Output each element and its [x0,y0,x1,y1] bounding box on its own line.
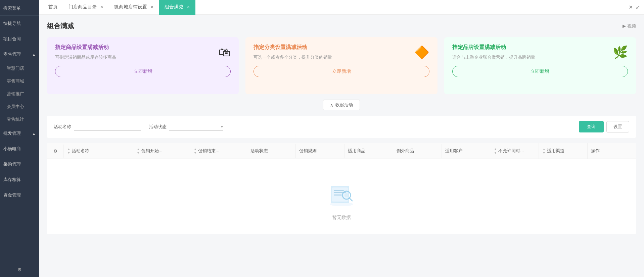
th-name[interactable]: ▲▼ 活动名称 [64,143,133,159]
sidebar: 搜索菜单 快捷导航 项目合同 零售管理 智慧门店 零售商城 营销推广 会员中心 … [0,0,39,277]
tab-store-catalog[interactable]: 门店商品目录 ✕ [63,0,109,15]
filter-activity-name: 活动名称 [54,123,141,131]
table-header: ⚙ ▲▼ 活动名称 ▲▼ 促销开始... ▲▼ 促销结束... 活动状态 [47,143,636,159]
sidebar-item-marketing[interactable]: 营销推广 [0,88,39,100]
collapse-button[interactable]: ∧ 收起活动 [323,100,360,110]
tab-close-store-catalog[interactable]: ✕ [100,5,103,9]
category-card-icon: 🔶 [414,45,429,59]
product-card-icon: 🛍 [219,45,231,59]
filter-activity-status: 活动状态 ▾ [149,123,223,131]
card-text-green: 指定品牌设置满减活动 适合与上游企业联合做营销，提升品牌销量 [452,44,609,60]
card-text-orange: 指定分类设置满减活动 可选一个或者多个分类，提升分类的销量 [254,44,410,60]
activity-name-label: 活动名称 [54,124,71,130]
empty-illustration [325,179,358,209]
th-action: 操作 [588,144,636,158]
th-end[interactable]: ▲▼ 促销结束... [190,143,247,159]
sidebar-item-wholesale-mgmt[interactable]: 批发管理 [0,126,39,141]
play-icon: ▶ [623,23,626,29]
th-start[interactable]: ▲▼ 促销开始... [133,143,190,159]
th-gear[interactable]: ⚙ [47,145,64,158]
empty-state: 暂无数据 [47,159,636,234]
tab-bar-right: ✕ ⤢ [629,4,640,10]
activity-cards: 指定商品设置满减活动 可指定滞销商品或库存较多商品 🛍 立即新增 指定分类设置满… [47,37,636,94]
tab-combo-discount[interactable]: 组合满减 ✕ [159,0,195,15]
sidebar-item-xiaochang-ec[interactable]: 小畅电商 [0,141,39,157]
sort-icon: ▲▼ [193,147,197,155]
content-area: 组合满减 ▶ 视频 指定商品设置满减活动 可指定滞销商品或库存较多商品 🛍 立即… [39,15,644,277]
th-concurrent[interactable]: ▲▼ 不允许同时... [490,143,539,159]
brand-card-icon: 🌿 [613,45,628,59]
product-activity-card: 指定商品设置满减活动 可指定滞销商品或库存较多商品 🛍 立即新增 [47,37,239,94]
filter-actions: 查询 设置 [579,121,629,132]
sidebar-item-purchase-mgmt[interactable]: 采购管理 [0,157,39,172]
brand-card-add-button[interactable]: 立即新增 [452,66,628,77]
card-body-purple: 指定商品设置满减活动 可指定滞销商品或库存较多商品 🛍 [55,44,231,60]
category-activity-card: 指定分类设置满减活动 可选一个或者多个分类，提升分类的销量 🔶 立即新增 [245,37,437,94]
activity-status-label: 活动状态 [149,124,167,130]
collapse-icon: ∧ [330,103,333,108]
sort-icon: ▲▼ [542,147,546,155]
tab-wechat-store[interactable]: 微商城店铺设置 ✕ [109,0,159,15]
page-header: 组合满减 ▶ 视频 [47,21,636,31]
svg-rect-5 [334,195,342,196]
sort-icon: ▲▼ [137,147,140,155]
card-text-purple: 指定商品设置满减活动 可指定滞销商品或库存较多商品 [55,44,215,60]
th-goods: 适用商品 [344,144,393,158]
th-status: 活动状态 [247,144,296,158]
sidebar-item-quick-nav[interactable]: 快捷导航 [0,16,39,31]
tab-close-wechat-store[interactable]: ✕ [150,5,154,9]
tab-close-combo-discount[interactable]: ✕ [187,5,190,9]
sidebar-item-retail-mall[interactable]: 零售商城 [0,75,39,88]
sidebar-search[interactable]: 搜索菜单 [0,0,39,16]
svg-line-7 [350,198,352,201]
brand-card-title: 指定品牌设置满减活动 [452,44,609,51]
card-body-green: 指定品牌设置满减活动 适合与上游企业联合做营销，提升品牌销量 🌿 [452,44,628,60]
th-rule: 促销规则 [296,144,344,158]
sidebar-item-inventory-check[interactable]: 库存核算 [0,172,39,187]
sidebar-item-fund-mgmt[interactable]: 资金管理 [0,187,39,203]
sidebar-settings[interactable]: ⚙ [0,262,39,277]
chevron-down-icon: ▾ [221,124,223,129]
gear-icon: ⚙ [17,267,22,272]
card-body-orange: 指定分类设置满减活动 可选一个或者多个分类，提升分类的销量 🔶 [254,44,429,60]
product-card-desc: 可指定滞销商品或库存较多商品 [55,54,215,60]
gear-icon: ⚙ [53,149,57,154]
collapse-bar: ∧ 收起活动 [47,100,636,110]
sidebar-item-retail-stats[interactable]: 零售统计 [0,113,39,126]
category-card-desc: 可选一个或者多个分类，提升分类的销量 [254,54,410,60]
sidebar-item-project-contract[interactable]: 项目合同 [0,31,39,47]
sort-icon: ▲▼ [67,147,71,155]
sidebar-item-smart-store[interactable]: 智慧门店 [0,62,39,75]
window-maximize-icon[interactable]: ⤢ [636,4,640,10]
setting-button[interactable]: 设置 [606,121,629,132]
svg-point-8 [344,193,349,197]
activity-status-select[interactable]: ▾ [169,123,223,131]
main-area: 首页 门店商品目录 ✕ 微商城店铺设置 ✕ 组合满减 ✕ ✕ ⤢ 组合满减 ▶ … [39,0,644,277]
query-button[interactable]: 查询 [579,121,604,132]
page-title: 组合满减 [47,21,74,31]
filter-bar: 活动名称 活动状态 ▾ 查询 设置 [47,116,636,138]
table-wrapper: ⚙ ▲▼ 活动名称 ▲▼ 促销开始... ▲▼ 促销结束... 活动状态 [47,143,636,234]
svg-rect-3 [334,190,344,191]
th-channel[interactable]: ▲▼ 适用渠道 [539,143,588,159]
th-except: 例外商品 [393,144,442,158]
sort-icon: ▲▼ [494,147,497,155]
tab-bar: 首页 门店商品目录 ✕ 微商城店铺设置 ✕ 组合满减 ✕ ✕ ⤢ [39,0,644,15]
category-card-add-button[interactable]: 立即新增 [254,66,429,77]
th-customer: 适用客户 [442,144,491,158]
product-card-title: 指定商品设置满减活动 [55,44,215,51]
window-close-icon[interactable]: ✕ [629,4,633,10]
activity-name-input[interactable] [74,123,141,131]
category-card-title: 指定分类设置满减活动 [254,44,410,51]
brand-card-desc: 适合与上游企业联合做营销，提升品牌销量 [452,54,609,60]
tab-home[interactable]: 首页 [43,0,63,15]
brand-activity-card: 指定品牌设置满减活动 适合与上游企业联合做营销，提升品牌销量 🌿 立即新增 [444,37,636,94]
empty-text: 暂无数据 [332,215,351,221]
product-card-add-button[interactable]: 立即新增 [55,66,231,77]
sidebar-item-retail-mgmt[interactable]: 零售管理 [0,47,39,62]
sidebar-item-member-center[interactable]: 会员中心 [0,100,39,113]
video-link[interactable]: ▶ 视频 [623,23,636,29]
